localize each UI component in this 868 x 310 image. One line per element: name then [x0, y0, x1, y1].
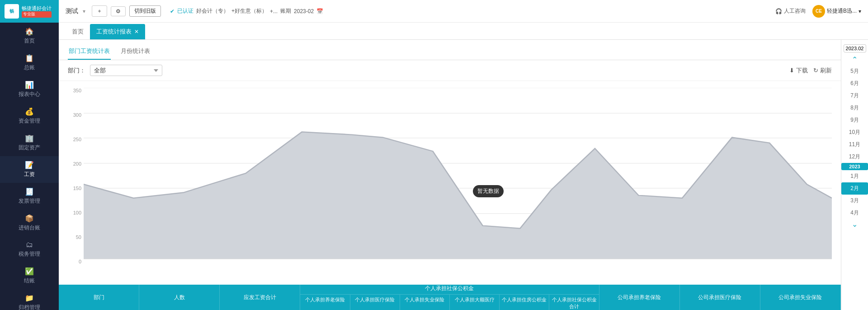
- date-input[interactable]: [844, 44, 866, 52]
- dept-select[interactable]: 全部财务部销售部人事部: [90, 65, 162, 76]
- y-label-300: 300: [73, 112, 81, 118]
- tabs-bar: 首页工资统计报表✕: [59, 23, 868, 40]
- tab-工资统计报表[interactable]: 工资统计报表✕: [90, 24, 145, 39]
- th-个人承担医疗保险: 个人承担医疗保险: [350, 295, 400, 310]
- status-text: 已认证: [177, 7, 193, 15]
- sidebar-item-报表中心[interactable]: 📊报表中心: [0, 76, 59, 103]
- topbar-dropdown-arrow[interactable]: ▾: [83, 8, 85, 14]
- chart-container: 050100150200250300350: [68, 88, 832, 278]
- logo-subtitle: 专业版: [22, 11, 52, 18]
- download-icon: ⬇: [789, 67, 794, 74]
- chart-svg: [84, 88, 832, 264]
- toolbar-left: 部门： 全部财务部销售部人事部: [68, 65, 162, 76]
- sidebar-item-固定资产[interactable]: 🏢固定资产: [0, 129, 59, 156]
- topbar-title: 测试: [66, 7, 78, 15]
- topbar-right: 🎧 人工咨询 CE 轻捷通B迅... ▾: [775, 5, 861, 18]
- sidebar-item-发票管理[interactable]: 🧾发票管理: [0, 183, 59, 210]
- month-2022-5月[interactable]: 5月: [841, 65, 868, 77]
- tag3: +...: [270, 8, 278, 14]
- y-axis: 050100150200250300350: [68, 88, 84, 264]
- tag1: 好会计（专）: [196, 7, 229, 15]
- sidebar-item-工资[interactable]: 📝工资: [0, 156, 59, 183]
- y-label-350: 350: [73, 88, 81, 93]
- user-info[interactable]: CE 轻捷通B迅... ▾: [812, 5, 861, 18]
- month-2022-9月[interactable]: 9月: [841, 114, 868, 126]
- right-panel: ⌃5月6月7月8月9月10月11月12月20231月2月3月4月⌄: [841, 40, 868, 310]
- th-人数: 人数: [139, 285, 220, 310]
- tab-首页[interactable]: 首页: [66, 24, 90, 39]
- date-nav-up-btn[interactable]: ⌃: [850, 54, 859, 65]
- month-2023-1月[interactable]: 1月: [841, 170, 868, 182]
- y-label-100: 100: [73, 210, 81, 215]
- username: 轻捷通B迅...: [827, 7, 857, 15]
- y-label-50: 50: [76, 234, 81, 240]
- download-button[interactable]: ⬇ 下载: [789, 67, 808, 75]
- refresh-button[interactable]: ↻ 刷新: [813, 67, 832, 75]
- y-label-200: 200: [73, 161, 81, 167]
- topbar: 测试 ▾ ＋ ⚙ 切到旧版 ✔ 已认证 好会计（专） +好生意（标） +... …: [59, 0, 868, 23]
- month-2022-12月[interactable]: 12月: [841, 151, 868, 163]
- month-2022-7月[interactable]: 7月: [841, 90, 868, 102]
- cert-icon: ✔: [170, 8, 175, 14]
- sidebar-item-资金管理[interactable]: 💰资金管理: [0, 103, 59, 129]
- content-area: 部门工资统计表月份统计表 部门： 全部财务部销售部人事部 ⬇ 下载 ↻ 刷新: [59, 40, 868, 310]
- month-2022-8月[interactable]: 8月: [841, 102, 868, 114]
- sidebar-item-首页[interactable]: 🏠首页: [0, 23, 59, 49]
- month-2022-10月[interactable]: 10月: [841, 126, 868, 138]
- month-2022-11月[interactable]: 11月: [841, 138, 868, 151]
- month-2023-4月[interactable]: 4月: [841, 207, 868, 219]
- switch-old-button[interactable]: 切到旧版: [129, 5, 161, 17]
- sidebar-item-总账[interactable]: 📋总账: [0, 49, 59, 76]
- sidebar-item-进销台账[interactable]: 📦进销台账: [0, 210, 59, 236]
- download-label: 下载: [796, 67, 808, 75]
- logo-text: 畅捷通好会计 专业版: [22, 5, 52, 18]
- avatar: CE: [812, 5, 825, 18]
- settings-button[interactable]: ⚙: [111, 6, 126, 16]
- logo-title: 畅捷通好会计: [22, 5, 52, 11]
- table-header: 部门人数应发工资合计个人承担社保公积金个人承担养老保险个人承担医疗保险个人承担失…: [59, 285, 841, 310]
- logo: 畅 畅捷通好会计 专业版: [0, 0, 59, 23]
- th-group-title: 个人承担社保公积金: [300, 285, 599, 295]
- helper-label: 人工咨询: [784, 7, 806, 15]
- month-2022-6月[interactable]: 6月: [841, 77, 868, 90]
- th-个人承担大额医疗: 个人承担大额医疗: [450, 295, 500, 310]
- toolbar: 部门： 全部财务部销售部人事部 ⬇ 下载 ↻ 刷新: [59, 60, 841, 81]
- th-个人承担住房公积金: 个人承担住房公积金: [500, 295, 549, 310]
- sidebar: 畅 畅捷通好会计 专业版 🏠首页📋总账📊报表中心💰资金管理🏢固定资产📝工资🧾发票…: [0, 0, 59, 310]
- chart-svg-wrapper: 暂无数据: [84, 88, 832, 264]
- th-公司承担失业保险: 公司承担失业保险: [760, 285, 841, 310]
- th-公司承担医疗保险: 公司承担医疗保险: [680, 285, 760, 310]
- tab-close-icon[interactable]: ✕: [134, 29, 139, 35]
- calendar-icon[interactable]: 📅: [316, 8, 323, 14]
- sidebar-item-归档管理[interactable]: 📁归档管理: [0, 289, 59, 310]
- year-tag-2023: 2023: [841, 163, 868, 170]
- topbar-actions: ＋ ⚙ 切到旧版: [92, 5, 161, 17]
- add-button[interactable]: ＋: [92, 5, 107, 17]
- chart-area: 050100150200250300350: [59, 81, 841, 285]
- th-个人承担社保公积金合计: 个人承担社保公积金合计: [549, 295, 599, 310]
- y-label-0: 0: [79, 259, 81, 264]
- th-部门: 部门: [59, 285, 139, 310]
- th-个人承担失业保险: 个人承担失业保险: [400, 295, 450, 310]
- user-dropdown-arrow[interactable]: ▾: [859, 8, 861, 14]
- sidebar-item-税务管理[interactable]: 🗂税务管理: [0, 236, 59, 262]
- th-公司承担养老保险: 公司承担养老保险: [599, 285, 680, 310]
- date-nav-down-btn[interactable]: ⌄: [850, 219, 859, 230]
- sub-tabs: 部门工资统计表月份统计表: [59, 40, 841, 60]
- dept-label: 部门：: [68, 67, 85, 75]
- tag2: +好生意（标）: [231, 7, 267, 15]
- help-button[interactable]: 🎧 人工咨询: [775, 7, 806, 15]
- logo-icon: 畅: [5, 4, 19, 19]
- th-应发工资合计: 应发工资合计: [220, 285, 300, 310]
- toolbar-right: ⬇ 下载 ↻ 刷新: [789, 67, 832, 75]
- sub-tab-部门工资统计表[interactable]: 部门工资统计表: [68, 44, 111, 60]
- sub-tab-月份统计表[interactable]: 月份统计表: [120, 44, 151, 60]
- sidebar-item-结账[interactable]: ✅结账: [0, 262, 59, 289]
- month-2023-2月[interactable]: 2月: [841, 182, 868, 195]
- main-content: 测试 ▾ ＋ ⚙ 切到旧版 ✔ 已认证 好会计（专） +好生意（标） +... …: [59, 0, 868, 310]
- content-main: 部门工资统计表月份统计表 部门： 全部财务部销售部人事部 ⬇ 下载 ↻ 刷新: [59, 40, 841, 310]
- svg-marker-8: [84, 132, 832, 259]
- refresh-label: 刷新: [820, 67, 832, 75]
- period-value: 2023-02: [294, 8, 314, 14]
- month-2023-3月[interactable]: 3月: [841, 195, 868, 207]
